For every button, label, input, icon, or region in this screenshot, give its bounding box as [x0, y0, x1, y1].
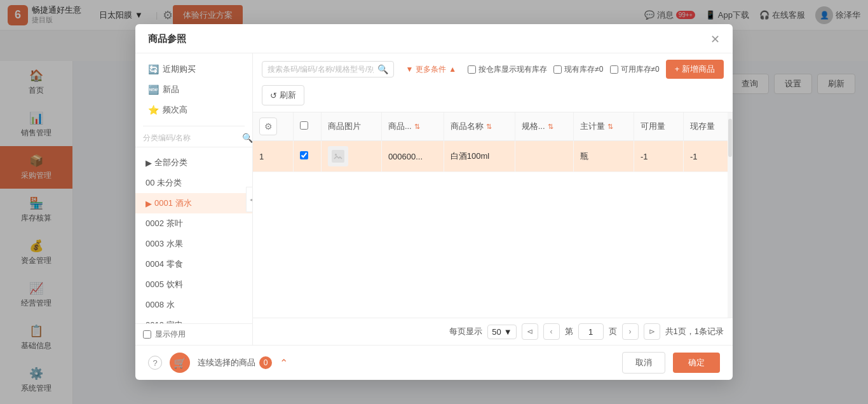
cat-0008[interactable]: 0008 水: [135, 295, 252, 315]
cat-00[interactable]: 00 未分类: [135, 173, 252, 193]
total-info: 共1页，1条记录: [665, 326, 724, 337]
stock-not-zero-checkbox-label[interactable]: 现有库存≠0: [553, 64, 603, 75]
cell-spec: [515, 141, 573, 172]
quick-item-new[interactable]: 🆕 新品: [143, 80, 245, 99]
cat-0010[interactable]: 0010 家电: [135, 315, 252, 323]
cell-no: 1: [253, 141, 293, 172]
table-settings-button[interactable]: ⚙: [259, 118, 277, 135]
first-page-button[interactable]: ⊲: [522, 323, 538, 340]
cell-available: -1: [634, 141, 683, 172]
th-checkbox: [293, 112, 321, 141]
cat-all[interactable]: ▶ 全部分类: [135, 152, 252, 173]
recent-purchase-icon: 🔄: [148, 64, 159, 74]
quick-item-recent[interactable]: 🔄 近期购买: [143, 60, 245, 79]
category-tree: ▶ 全部分类 00 未分类 ▶ 0001 酒水 0002 茶叶 0003 水果: [135, 147, 252, 323]
svg-rect-0: [332, 150, 344, 163]
collapse-panel-button[interactable]: ◀: [246, 187, 253, 212]
display-disabled-checkbox[interactable]: [143, 330, 151, 339]
frequent-icon: ⭐: [148, 105, 159, 115]
modal-body: 🔄 近期购买 🆕 新品 ⭐ 频次高 🔍: [135, 53, 733, 345]
modal-title: 商品参照: [148, 33, 186, 45]
th-available: 可用量: [634, 112, 683, 141]
th-spec[interactable]: 规格... ⇅: [515, 112, 573, 141]
product-toolbar: 🔍 ▼ 更多条件 ▲ 按仓库显示现有库存 现有库存≠0: [253, 53, 733, 112]
cat-0001-arrow-icon: ▶: [146, 199, 152, 208]
category-search-icon[interactable]: 🔍: [242, 133, 253, 143]
table-header: ⚙ 商品图片 商品...: [253, 112, 733, 141]
th-settings: ⚙: [253, 112, 293, 141]
selected-count-badge: 0: [259, 356, 272, 369]
cat-0003[interactable]: 0003 水果: [135, 234, 252, 254]
warehouse-display-checkbox[interactable]: [468, 65, 476, 74]
sort-code-icon: ⇅: [414, 123, 420, 131]
sort-name-icon: ⇅: [486, 123, 492, 131]
available-not-zero-checkbox[interactable]: [610, 65, 618, 74]
page-size-dropdown-icon: ▼: [504, 327, 512, 337]
footer-left: ? 🛒 连续选择的商品 0 ⌃: [148, 353, 614, 373]
stock-not-zero-checkbox[interactable]: [553, 65, 562, 74]
table-scrollbar[interactable]: [728, 112, 733, 318]
prev-page-button[interactable]: ‹: [543, 323, 560, 340]
th-name[interactable]: 商品名称 ⇅: [444, 112, 515, 141]
th-stock: 现存量: [683, 112, 733, 141]
modal-footer: ? 🛒 连续选择的商品 0 ⌃ 取消 确定: [135, 345, 733, 380]
footer-collapse-icon[interactable]: ⌃: [280, 357, 288, 369]
sort-spec-icon: ⇅: [548, 123, 553, 131]
more-filters-button[interactable]: ▼ 更多条件 ▲: [400, 62, 461, 77]
last-page-button[interactable]: ⊳: [644, 323, 660, 340]
select-all-checkbox[interactable]: [300, 121, 308, 130]
cat-footer: 显示停用: [135, 323, 252, 345]
product-table: ⚙ 商品图片 商品...: [253, 112, 733, 172]
cell-code: 000600...: [381, 141, 444, 172]
th-img: 商品图片: [321, 112, 381, 141]
product-image: [328, 146, 348, 166]
add-product-button[interactable]: + 新增商品: [666, 60, 724, 79]
available-not-zero-checkbox-label[interactable]: 可用库存≠0: [610, 64, 660, 75]
product-search-box: 🔍: [262, 61, 394, 77]
modal-header: 商品参照 ✕: [135, 24, 733, 53]
cancel-button[interactable]: 取消: [622, 352, 665, 374]
th-code[interactable]: 商品... ⇅: [381, 112, 444, 141]
help-icon[interactable]: ?: [148, 356, 162, 370]
product-reference-modal: 商品参照 ✕ 🔄 近期购买 🆕 新品 ⭐: [135, 24, 733, 380]
cat-0004[interactable]: 0004 零食: [135, 254, 252, 274]
refresh-button[interactable]: ↺ 刷新: [262, 85, 304, 105]
quick-access-list: 🔄 近期购买 🆕 新品 ⭐ 频次高: [135, 53, 252, 123]
cell-name: 白酒100ml: [444, 141, 515, 172]
modal-close-button[interactable]: ✕: [710, 34, 720, 45]
cell-stock: -1: [683, 141, 733, 172]
product-panel: 🔍 ▼ 更多条件 ▲ 按仓库显示现有库存 现有库存≠0: [253, 53, 733, 345]
cell-checkbox[interactable]: [293, 141, 321, 172]
table-row[interactable]: 1 000600... 白酒100ml: [253, 141, 733, 172]
cell-img: [321, 141, 381, 172]
quick-item-frequent[interactable]: ⭐ 频次高: [143, 100, 245, 119]
cart-icon: 🛒: [170, 353, 190, 373]
cart-icon-area[interactable]: 🛒: [170, 353, 190, 373]
cat-0002[interactable]: 0002 茶叶: [135, 213, 252, 234]
refresh-icon: ↺: [270, 91, 277, 100]
row-checkbox[interactable]: [300, 151, 308, 159]
th-unit[interactable]: 主计量 ⇅: [573, 112, 634, 141]
scrollbar-thumb: [728, 119, 732, 157]
filter-icon: ▼: [405, 65, 413, 74]
category-search-bar: 🔍: [135, 129, 252, 147]
cat-divider: [143, 126, 245, 126]
product-table-wrapper: ⚙ 商品图片 商品...: [253, 112, 733, 318]
warehouse-display-checkbox-label[interactable]: 按仓库显示现有库存: [468, 64, 547, 75]
next-page-button[interactable]: ›: [622, 323, 639, 340]
cell-unit: 瓶: [573, 141, 634, 172]
continuous-select-label: 连续选择的商品 0: [198, 356, 272, 369]
confirm-button[interactable]: 确定: [673, 353, 720, 373]
product-search-input[interactable]: [268, 65, 374, 74]
page-number-input[interactable]: [578, 323, 604, 340]
cat-0005[interactable]: 0005 饮料: [135, 274, 252, 295]
category-panel: 🔄 近期购买 🆕 新品 ⭐ 频次高 🔍: [135, 53, 253, 345]
filter-up-icon: ▲: [449, 65, 456, 74]
new-product-icon: 🆕: [148, 84, 159, 95]
modal-overlay: 商品参照 ✕ 🔄 近期购买 🆕 新品 ⭐: [0, 0, 868, 404]
page-size-select[interactable]: 50 ▼: [487, 325, 516, 339]
product-search-icon[interactable]: 🔍: [377, 64, 388, 74]
sort-unit-icon: ⇅: [607, 123, 613, 131]
category-search-input[interactable]: [143, 133, 238, 142]
cat-0001[interactable]: ▶ 0001 酒水: [135, 193, 252, 213]
